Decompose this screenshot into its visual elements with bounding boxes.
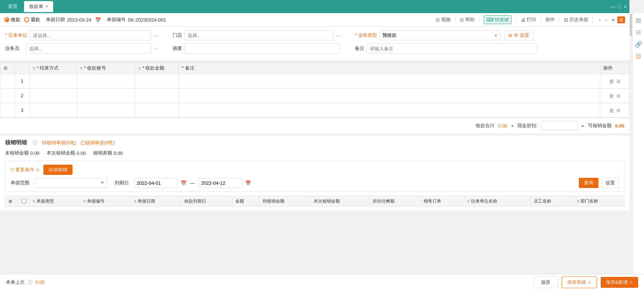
store-input[interactable] bbox=[184, 30, 334, 40]
bt-col-checkbox[interactable] bbox=[19, 196, 30, 207]
business-type-chevron[interactable]: ▾ bbox=[495, 33, 497, 38]
row-3-remark[interactable] bbox=[179, 103, 600, 118]
bt-col-doc-type[interactable]: ⇅ 单据类型 bbox=[30, 196, 80, 207]
bt-col-department[interactable]: ⇅ 部门名称 bbox=[573, 196, 624, 207]
bt-col-current[interactable]: 本次核销金额 bbox=[311, 196, 370, 207]
history-btn[interactable]: ⊟ 历史单据 bbox=[564, 16, 588, 23]
minimize-btn[interactable]: — bbox=[610, 4, 615, 9]
remarks-input[interactable] bbox=[366, 43, 537, 54]
verif-settings-btn[interactable]: 设置 bbox=[601, 178, 619, 188]
select-all-checkbox[interactable] bbox=[21, 199, 26, 203]
row-3-delete-btn[interactable]: 🗑 bbox=[609, 107, 614, 113]
row-2-amount[interactable] bbox=[135, 89, 179, 103]
row-1-account[interactable] bbox=[77, 74, 135, 89]
done-tab-link[interactable]: 已核销单据(0笔) bbox=[80, 140, 115, 146]
pending-tab-link[interactable]: 待核销单据(0笔) bbox=[42, 140, 76, 146]
radio-refund[interactable]: 退款 bbox=[24, 16, 40, 23]
row-1-copy-btn[interactable]: ⊕ bbox=[616, 78, 621, 84]
plus-sign: + bbox=[511, 123, 514, 129]
row-1-delete-btn[interactable]: 🗑 bbox=[609, 78, 614, 84]
sidebar-expand-icon[interactable]: ⊡ bbox=[636, 53, 641, 60]
help-btn[interactable]: ⊙ 帮助 bbox=[460, 16, 475, 23]
row-3-action-btns: 🗑 ⊕ bbox=[603, 107, 626, 113]
auto-verify-btn[interactable]: 自动核销 bbox=[43, 165, 72, 175]
col-settings-header[interactable]: ⚙ bbox=[0, 63, 15, 74]
bt-col-sales-order[interactable]: 销售订单 bbox=[421, 196, 464, 207]
summary-input[interactable] bbox=[184, 43, 340, 54]
row-2-account[interactable] bbox=[77, 89, 135, 103]
bt-col-doc-num[interactable]: ⇅ 单据编号 bbox=[80, 196, 131, 207]
row-1-remark[interactable] bbox=[179, 74, 600, 89]
maximize-btn[interactable]: □ bbox=[618, 4, 621, 9]
nav-left-btn[interactable]: ‹ bbox=[597, 16, 602, 23]
row-1-amount[interactable] bbox=[135, 74, 179, 89]
draft-btn[interactable]: 保存草稿 ∧ bbox=[562, 277, 597, 288]
query-btn[interactable]: 查询 bbox=[579, 178, 598, 188]
scroll-thumb[interactable] bbox=[630, 14, 632, 36]
bt-col-employee[interactable]: 员工名称 bbox=[530, 196, 573, 207]
save-new-btn[interactable]: 保存&新增 ∧ bbox=[601, 277, 638, 288]
sidebar-table-icon[interactable]: ▤ bbox=[636, 17, 641, 24]
salesperson-more-btn[interactable]: ··· bbox=[154, 46, 158, 51]
print-btn[interactable]: 🖨 打印 bbox=[521, 16, 536, 23]
tab-receipt[interactable]: 收款单 × bbox=[24, 1, 53, 12]
store-more-btn[interactable]: ··· bbox=[336, 32, 340, 38]
counterpart-more-btn[interactable]: ··· bbox=[154, 32, 158, 38]
discount-input[interactable] bbox=[541, 121, 578, 130]
row-2-remark[interactable] bbox=[179, 89, 600, 103]
col-account-header[interactable]: ⇅ * 收款账号 bbox=[77, 63, 135, 74]
table-footer: 收款合计 0.00 + 现金折扣: = 可核销金额 0.00 bbox=[0, 118, 629, 133]
nav-right-btn[interactable]: › bbox=[604, 16, 609, 23]
abandon-btn[interactable]: 放弃 bbox=[533, 277, 558, 288]
shortcut-btn[interactable]: ⌨ 快捷键 bbox=[484, 15, 511, 24]
col-remark-header[interactable]: * 备注 bbox=[179, 63, 600, 74]
settings-button[interactable]: ⚙ ⚙ 设置 bbox=[504, 30, 533, 40]
row-2-delete-btn[interactable]: 🗑 bbox=[609, 93, 614, 99]
tab-close-btn[interactable]: × bbox=[46, 4, 48, 9]
col-settlement-label: * 结算方式 bbox=[37, 65, 59, 71]
date-from-input[interactable] bbox=[134, 178, 178, 188]
view-list-btn[interactable]: ≡ bbox=[610, 16, 616, 23]
tab-home[interactable]: 首页 bbox=[3, 1, 23, 12]
table-settings-icon[interactable]: ⚙ bbox=[3, 65, 8, 71]
calendar-icon[interactable]: 📅 bbox=[95, 17, 101, 23]
sidebar-link-icon[interactable]: 🔗 bbox=[635, 41, 642, 48]
bt-col-doc-date[interactable]: ⇅ 单据日期 bbox=[131, 196, 181, 207]
row-3-account[interactable] bbox=[77, 103, 135, 118]
bt-col-pending[interactable]: 待核销金额 bbox=[259, 196, 310, 207]
range-select[interactable] bbox=[35, 178, 107, 188]
info-icon[interactable]: ⓘ bbox=[33, 140, 38, 146]
more-conditions-btn[interactable]: ▽ 更多条件 ∧ bbox=[11, 166, 40, 173]
calendar-from-icon[interactable]: 📅 bbox=[181, 180, 186, 186]
bt-col-settings[interactable]: ⚙ bbox=[5, 196, 19, 207]
divider-5 bbox=[559, 17, 559, 23]
salesperson-input[interactable] bbox=[26, 43, 152, 54]
date-to-input[interactable] bbox=[199, 178, 242, 188]
window-close-btn[interactable]: × bbox=[624, 4, 627, 9]
date-value[interactable]: 2023-03-24 bbox=[67, 17, 91, 23]
row-3-copy-btn[interactable]: ⊕ bbox=[616, 107, 621, 113]
bt-col-discount[interactable]: 折扣分摊额 bbox=[370, 196, 421, 207]
date-field-group: 单据日期 2023-03-24 📅 bbox=[46, 16, 101, 23]
counterpart-input[interactable] bbox=[30, 30, 152, 40]
bt-col-due-date[interactable]: 收款到期日 bbox=[181, 196, 232, 207]
col-amount-header[interactable]: ⇅ * 收款金额 bbox=[135, 63, 179, 74]
view-card-btn[interactable]: ⊞ bbox=[617, 16, 625, 23]
row-2-method[interactable] bbox=[30, 89, 77, 103]
row-1-method[interactable] bbox=[30, 74, 77, 89]
row-3-method[interactable] bbox=[30, 103, 77, 118]
row-2-copy-btn[interactable]: ⊕ bbox=[616, 93, 621, 99]
number-value: SK-20230324-001 bbox=[128, 17, 166, 23]
bt-col-amount[interactable]: 金额 bbox=[232, 196, 260, 207]
video-btn[interactable]: ⊙ 视频 bbox=[436, 16, 451, 23]
bt-col-counterpart[interactable]: ⇅ 往来单位名称 bbox=[464, 196, 530, 207]
radio-receipt[interactable]: 收款 bbox=[4, 16, 20, 23]
carry-over-icon[interactable]: ⓘ bbox=[28, 279, 32, 286]
sidebar-list-icon[interactable]: ⊟ bbox=[636, 29, 641, 36]
calendar-to-icon[interactable]: 📅 bbox=[245, 180, 251, 186]
operation-btn[interactable]: 操作 bbox=[545, 16, 555, 23]
col-settlement-header[interactable]: ⇅ * 结算方式 bbox=[30, 63, 77, 74]
row-3-amount[interactable] bbox=[135, 103, 179, 118]
scroll-area[interactable] bbox=[629, 13, 632, 274]
operation-label: 操作 bbox=[545, 16, 555, 23]
